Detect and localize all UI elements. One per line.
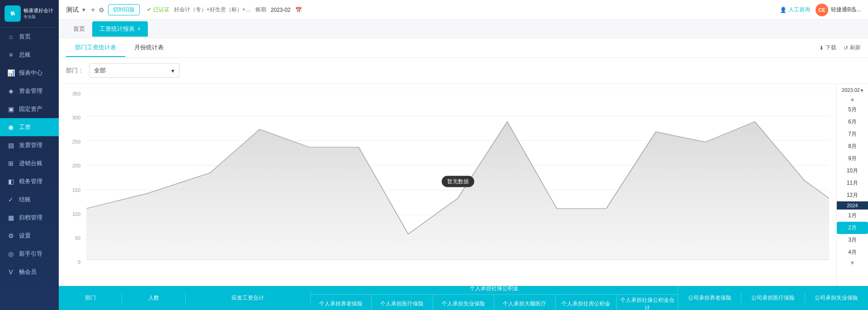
member-icon: V (6, 267, 15, 277)
salary-icon: ◉ (6, 123, 15, 132)
sidebar-item-ledger[interactable]: ≡ 总账 (0, 46, 59, 64)
y-label-300: 300 (72, 115, 80, 120)
sidebar-item-archive[interactable]: ▦ 归档管理 (0, 209, 59, 227)
sidebar-item-settings[interactable]: ⚙ 设置 (0, 227, 59, 245)
th-company-medical: 公司承担医疗保险 (741, 292, 805, 304)
refresh-btn[interactable]: ↺ 刷新 (844, 44, 861, 52)
chart-container: 350 300 250 200 150 100 50 0 (66, 91, 829, 278)
chevron-down-icon: ▾ (171, 67, 175, 74)
date-item-12[interactable]: 12月 (837, 189, 868, 201)
y-label-200: 200 (72, 163, 80, 168)
date-item-2024-4[interactable]: 4月 (837, 246, 868, 258)
sidebar-item-invoice[interactable]: ▤ 发票管理 (0, 136, 59, 154)
sidebar-item-settle[interactable]: ✓ 结账 (0, 191, 59, 209)
date-item-7[interactable]: 7月 (837, 128, 868, 140)
help-btn[interactable]: 👤 人工咨询 (780, 6, 810, 14)
download-icon: ⬇ (819, 45, 824, 51)
date-panel: 2023.02 ▾ ▲ 5月 6月 7月 8月 9月 10月 11月 12月 2… (836, 84, 868, 286)
tab-close-btn[interactable]: × (137, 26, 141, 32)
chart-wrapper: 350 300 250 200 150 100 50 0 (59, 84, 868, 286)
user-menu[interactable]: CE 轻捷通B迅... (816, 4, 861, 16)
company-dropdown-btn[interactable]: ▾ (82, 6, 85, 13)
sales-icon: ⊞ (6, 159, 15, 168)
app-name: 畅康通好会计 (24, 7, 53, 14)
y-axis: 350 300 250 200 150 100 50 0 (66, 91, 84, 265)
avatar: CE (816, 4, 828, 16)
topbar: 测试 ▾ + ⚙ 切到旧版 ✔ 已认证 好会计（专）+好生意（标）+… 账期 2… (59, 0, 868, 20)
sidebar-item-label: 资金管理 (19, 87, 42, 95)
tab-salary-report[interactable]: 工资统计报表 × (92, 21, 148, 37)
archive-icon: ▦ (6, 213, 15, 222)
th-personal-medical: 个人承担医疗保险 (372, 295, 433, 310)
sidebar-item-label: 工资 (19, 123, 31, 131)
sidebar-item-guide[interactable]: ◎ 新手引导 (0, 245, 59, 263)
date-item-2024-1[interactable]: 1月 (837, 210, 868, 222)
year-2024-label: 2024 (837, 201, 868, 210)
date-item-11[interactable]: 11月 (837, 177, 868, 189)
tabbar: 首页 工资统计报表 × (59, 20, 868, 38)
dept-filter-select[interactable]: 全部 ▾ (89, 63, 179, 78)
date-panel-header[interactable]: 2023.02 ▾ (842, 87, 863, 93)
ledger-icon: ≡ (6, 50, 15, 59)
switch-old-btn[interactable]: 切到旧版 (108, 4, 140, 15)
sidebar-logo: 畅 畅康通好会计 专业版 (0, 0, 59, 28)
user-name: 轻捷通B迅... (831, 6, 861, 14)
th-company-pension: 公司承担养老保险 (678, 292, 741, 304)
asset-icon: ▣ (6, 105, 15, 114)
sidebar-item-label: 结账 (19, 196, 31, 204)
date-item-5[interactable]: 5月 (837, 104, 868, 116)
sidebar-item-tax[interactable]: ◧ 税务管理 (0, 172, 59, 191)
date-item-9[interactable]: 9月 (837, 153, 868, 165)
subtab-dept[interactable]: 部门工资统计表 (66, 39, 125, 57)
date-next-btn[interactable]: ▼ (848, 258, 857, 267)
date-item-6[interactable]: 6月 (837, 116, 868, 128)
date-item-8[interactable]: 8月 (837, 140, 868, 153)
date-item-10[interactable]: 10月 (837, 165, 868, 177)
sidebar-item-report[interactable]: 📊 报表中心 (0, 64, 59, 82)
date-current-value: 2023.02 (842, 87, 860, 93)
dept-filter-label: 部门： (66, 67, 84, 75)
calendar-icon[interactable]: 📅 (295, 7, 302, 13)
sidebar-item-salary[interactable]: ◉ 工资 (0, 118, 59, 136)
subtabs-left: 部门工资统计表 月份统计表 (66, 39, 173, 57)
th-personal-unemployment: 个人承担失业保险 (433, 295, 495, 310)
filterbar: 部门： 全部 ▾ (59, 58, 868, 84)
sidebar-item-home[interactable]: ⌂ 首页 (0, 28, 59, 46)
settings-gear-btn[interactable]: ⚙ (99, 6, 104, 14)
subtab-monthly[interactable]: 月份统计表 (125, 39, 173, 57)
fund-icon: ◈ (6, 86, 15, 95)
tab-home[interactable]: 首页 (66, 21, 92, 37)
add-tab-btn[interactable]: + (91, 6, 95, 14)
content-area: 部门工资统计表 月份统计表 ⬇ 下载 ↺ 刷新 部门： 全部 ▾ (59, 38, 868, 310)
sidebar-item-label: 畅会员 (19, 268, 37, 276)
app-logo-icon: 畅 (5, 5, 21, 22)
date-item-2024-2[interactable]: 2月 (837, 222, 868, 234)
sidebar-item-sales[interactable]: ⊞ 进销台账 (0, 154, 59, 172)
sidebar-item-asset[interactable]: ▣ 固定资产 (0, 100, 59, 118)
app-edition: 专业版 (24, 14, 53, 20)
sidebar-item-label: 固定资产 (19, 105, 42, 113)
help-icon: 👤 (780, 7, 787, 13)
company-title: 测试 (66, 6, 79, 14)
th-personal-housing-fund: 个人承担住房公积金 (556, 295, 617, 310)
y-label-0: 0 (78, 259, 80, 265)
th-personal-total: 个人承担社保公积金合计 (617, 295, 678, 310)
sidebar-item-label: 设置 (19, 232, 31, 240)
main-content: 测试 ▾ + ⚙ 切到旧版 ✔ 已认证 好会计（专）+好生意（标）+… 账期 2… (59, 0, 868, 310)
certified-badge: ✔ 已认证 (147, 6, 169, 14)
topbar-right: 👤 人工咨询 CE 轻捷通B迅... (780, 4, 861, 16)
y-label-350: 350 (72, 91, 80, 96)
sidebar-item-label: 总账 (19, 51, 31, 59)
y-label-150: 150 (72, 187, 80, 193)
chevron-icon: ▾ (861, 88, 863, 93)
th-personal-major-medical: 个人承担大额医疗 (494, 295, 556, 310)
sidebar-item-member[interactable]: V 畅会员 (0, 263, 59, 281)
invoice-icon: ▤ (6, 141, 15, 150)
sidebar-item-fund[interactable]: ◈ 资金管理 (0, 82, 59, 100)
th-personal-pension: 个人承担养老保险 (311, 295, 372, 310)
date-prev-btn[interactable]: ▲ (848, 95, 857, 104)
date-item-2024-3[interactable]: 3月 (837, 234, 868, 246)
download-btn[interactable]: ⬇ 下载 (819, 44, 836, 52)
guide-icon: ◎ (6, 249, 15, 258)
sidebar-item-label: 新手引导 (19, 250, 42, 258)
